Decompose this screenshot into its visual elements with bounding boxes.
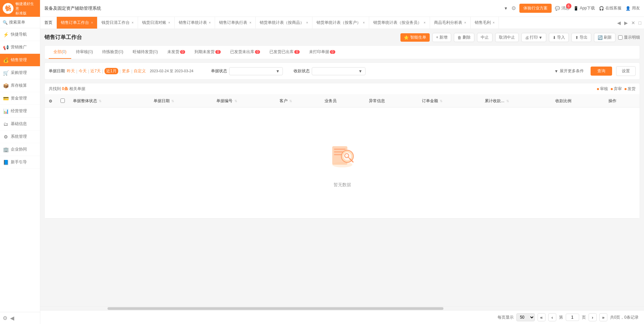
filter-tab-pending-review[interactable]: 待审核(0) [71, 46, 98, 59]
tab-next-btn[interactable]: ▶ [623, 19, 629, 26]
last-page-btn[interactable]: » [599, 313, 607, 321]
empty-state-cell: 暂无数据 [45, 108, 640, 218]
date-opt-today[interactable]: 今天 [79, 68, 87, 74]
date-opt-1month[interactable]: 近1月 [104, 68, 118, 74]
sidebar-item-inventory[interactable]: 📦库存核算 [0, 79, 40, 92]
filter-tab-not-shipped[interactable]: 未发货0 [163, 46, 190, 59]
filter-tab-expired-not-shipped[interactable]: 到期未发货0 [190, 46, 225, 59]
tab-sales-gross[interactable]: 销售毛利× [471, 17, 499, 29]
refresh-btn[interactable]: 🔄 刷新 [594, 33, 615, 42]
tab-close-sales-gross[interactable]: × [493, 21, 495, 25]
col-operations: 操作 [604, 95, 640, 108]
badge-expired-not-shipped: 0 [215, 50, 221, 54]
sidebar-item-finance[interactable]: 💳资金管理 [0, 92, 40, 105]
tab-close-sales-stat-product[interactable]: × [306, 21, 308, 25]
tab-close-sales-stat-salesman[interactable]: × [424, 21, 426, 25]
sidebar-item-quick-nav[interactable]: ⚡快捷导航 [0, 28, 40, 41]
tab-sales-stat-customer[interactable]: 销货单统计表（按客户）× [312, 17, 369, 29]
settings-icon[interactable]: ⚙ [3, 315, 7, 321]
nav-icon-purchase: 🛒 [3, 70, 9, 76]
show-detail-label[interactable]: 显示明细 [618, 35, 640, 40]
tab-label-cash-reconcile: 钱货日清对账 [142, 20, 166, 26]
show-detail-checkbox[interactable] [618, 35, 622, 40]
select-all-checkbox[interactable] [60, 98, 65, 103]
date-opt-more[interactable]: 更多 [122, 68, 130, 74]
tab-label-product-margin: 商品毛利分析表 [434, 20, 462, 26]
user-btn[interactable]: 👤 用友 [626, 5, 640, 11]
app-download-btn[interactable]: 📱 App下载 [573, 5, 595, 11]
date-opt-yesterday[interactable]: 昨天 [67, 68, 75, 74]
expand-btn[interactable]: ▼ 展开更多条件 [552, 67, 587, 75]
print-btn[interactable]: 🖨 打印 ▼ [521, 33, 546, 42]
date-opt-7days[interactable]: 近7天 [90, 68, 101, 74]
cancel-stop-btn[interactable]: 取消中止 [495, 33, 519, 42]
tab-close-sales-stat-customer[interactable]: × [363, 21, 365, 25]
first-page-btn[interactable]: « [538, 313, 546, 321]
col-settings[interactable]: ⚙ [45, 95, 56, 108]
tab-sales-stats[interactable]: 销售订单统计表× [175, 17, 215, 29]
tab-prev-btn[interactable]: ◀ [616, 19, 622, 26]
message-badge: 6 [566, 3, 571, 9]
tab-sales-stat-product[interactable]: 销货单统计表（按商品）× [256, 17, 312, 29]
filter-tab-pending-inspect[interactable]: 待拣验货(0) [97, 46, 128, 59]
export-btn[interactable]: ⬆ 导出 [571, 33, 591, 42]
sidebar-item-operation[interactable]: 📊经营管理 [0, 105, 40, 118]
tab-cash-reconcile[interactable]: 钱货日清对账× [138, 17, 175, 29]
sidebar-item-guide[interactable]: 📘新手引导 [0, 156, 40, 169]
status-select[interactable]: ▼ [229, 67, 283, 75]
new-btn[interactable]: + 新增 [432, 33, 451, 42]
tab-product-margin[interactable]: 商品毛利分析表× [430, 17, 471, 29]
search-row-1: 单据日期 昨天 | 今天 | 近7天 | 近1月 | 更多 | 自定义 [49, 66, 636, 76]
collapse-icon[interactable]: ◀ [10, 315, 14, 321]
sidebar-item-enterprise[interactable]: 🏢企业协同 [0, 143, 40, 156]
message-btn[interactable]: 💬 消息 6 [555, 5, 569, 11]
tab-close-sales-workbench[interactable]: × [91, 21, 93, 25]
tab-sales-exec[interactable]: 销售订单执行表× [215, 17, 256, 29]
filter-tab-not-printed[interactable]: 未打印单据0 [304, 46, 340, 59]
filter-tab-wangpu-pending[interactable]: 旺铺待发货(0) [128, 46, 163, 59]
sidebar-item-system[interactable]: ⚙系统管理 [0, 130, 40, 143]
settings-search-btn[interactable]: 设置 [616, 66, 636, 76]
online-service-btn[interactable]: 🎧 在线客服 [599, 5, 621, 11]
review-btn[interactable]: 审核 [597, 86, 608, 92]
tab-close-all-btn[interactable]: ✕ [630, 19, 637, 26]
filter-tab-all[interactable]: 全部(0) [49, 46, 71, 59]
sidebar-item-basic-info[interactable]: 🗂基础信息 [0, 118, 40, 130]
delete-btn[interactable]: 🗑 删除 [454, 33, 474, 42]
page-size-select[interactable]: 50 10 20 100 [516, 313, 535, 321]
query-btn[interactable]: 查询 [591, 67, 612, 76]
tab-cash-daily[interactable]: 钱货日清工作台× [97, 17, 138, 29]
industry-btn[interactable]: 体验行业方案 [519, 4, 552, 13]
tab-close-sales-stats[interactable]: × [209, 21, 211, 25]
cancel-review-btn[interactable]: 弃审 [611, 86, 622, 92]
tab-close-cash-daily[interactable]: × [132, 21, 134, 25]
filter-tab-shipped-out[interactable]: 已发货已出库0 [265, 46, 304, 59]
page-number-input[interactable] [566, 314, 579, 321]
sidebar-item-sales[interactable]: 💰销售管理 [0, 54, 40, 67]
tab-close-cash-reconcile[interactable]: × [168, 21, 170, 25]
filter-tab-shipped-not-out[interactable]: 已发货未出库0 [225, 46, 265, 59]
tab-close-sales-exec[interactable]: × [249, 21, 251, 25]
ship-action-btn[interactable]: 发货 [625, 86, 636, 92]
topbar-gear-icon[interactable]: ⚙ [511, 5, 516, 11]
tab-maximize-btn[interactable]: □ [637, 19, 643, 26]
next-page-btn[interactable]: › [589, 313, 597, 321]
search-menu[interactable]: 🔍 搜索菜单 [0, 17, 40, 28]
prev-page-btn[interactable]: ‹ [548, 313, 556, 321]
smart-create-btn[interactable]: ⭐ 智能生单 [400, 33, 430, 42]
collection-select[interactable]: ▼ [312, 67, 366, 75]
horizontal-scrollbar[interactable] [40, 306, 644, 310]
sidebar-item-purchase[interactable]: 🛒采购管理 [0, 67, 40, 79]
sidebar-item-marketing[interactable]: 📢营销推广 [0, 41, 40, 54]
tab-sales-workbench[interactable]: 销售订单工作台× [57, 17, 97, 29]
date-opt-custom[interactable]: 自定义 [134, 68, 146, 74]
topbar-dropdown[interactable]: ▼ [504, 6, 508, 11]
stop-btn[interactable]: 中止 [477, 33, 492, 42]
tab-close-product-margin[interactable]: × [464, 21, 466, 25]
scroll-thumb[interactable] [108, 307, 443, 310]
content-area: 销售订单工作台 ⭐ 智能生单 + 新增 🗑 删除 中止 取消中止 🖨 打印 ▼ [40, 29, 644, 306]
tab-sales-stat-salesman[interactable]: 销货单统计表（按业务员）× [369, 17, 430, 29]
import-btn[interactable]: ⬇ 导入 [549, 33, 569, 42]
tab-home[interactable]: 首页 [40, 17, 57, 29]
col-checkbox[interactable] [56, 95, 69, 108]
